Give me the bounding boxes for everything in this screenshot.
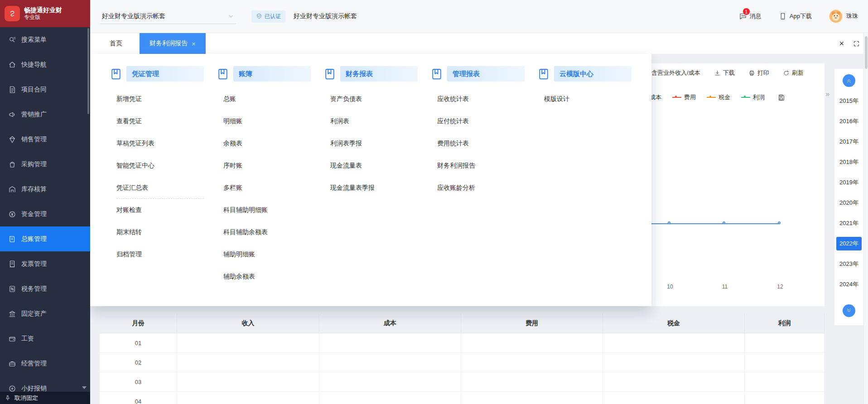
sidebar-item-purchase[interactable]: 采购管理 (0, 152, 90, 177)
sidebar-item-tax[interactable]: 税务管理 (0, 276, 90, 301)
include-nonoperating-option[interactable]: 含营业外收入/成本 (651, 69, 700, 77)
year-option[interactable]: 2015年 (836, 94, 862, 108)
year-option[interactable]: 2017年 (836, 135, 862, 149)
year-option-selected[interactable]: 2022年 (836, 237, 862, 250)
table-cell (461, 372, 603, 392)
table-cell (603, 333, 745, 353)
app-logo: 畅捷通好业财 专业版 (0, 0, 90, 27)
legend-profit-marker (741, 97, 750, 98)
menu-item[interactable]: 草稿凭证列表 (116, 132, 204, 154)
sidebar-item-quick-nav[interactable]: 快捷导航 (0, 52, 90, 77)
menu-item[interactable]: 期末结转 (116, 221, 204, 243)
legend-tax[interactable]: 税金 (707, 93, 730, 101)
menu-item[interactable]: 应付统计表 (437, 110, 525, 132)
menu-item[interactable]: 利润表 (330, 110, 418, 132)
page-scrollbar[interactable] (863, 34, 868, 404)
sidebar-item-fixed-assets[interactable]: 固定资产 (0, 301, 90, 326)
col-header-income: 收入 (177, 314, 319, 333)
sidebar-item-business[interactable]: 经营管理 (0, 351, 90, 376)
messages-button[interactable]: 1 消息 (739, 12, 762, 20)
legend-tax-marker (707, 97, 716, 98)
chart-point-dec[interactable] (778, 221, 781, 224)
sidebar-item-search-menu[interactable]: 搜索菜单 (0, 27, 90, 52)
floppy-save-icon (777, 94, 785, 101)
menu-column-title: 云模版中心 (554, 66, 632, 82)
year-option[interactable]: 2021年 (836, 216, 862, 230)
sidebar-item-general-ledger[interactable]: 总账管理 (0, 226, 90, 251)
menu-item[interactable]: 序时账 (223, 154, 311, 177)
year-scroll-down-button[interactable] (843, 304, 855, 317)
menu-item[interactable]: 费用统计表 (437, 132, 525, 154)
menu-column-title: 凭证管理 (126, 66, 204, 82)
menu-item[interactable]: 对账检查 (116, 199, 204, 221)
menu-item[interactable]: 现金流量表季报 (330, 177, 418, 199)
user-menu[interactable]: 珠珠 (829, 10, 858, 23)
sidebar-scroll-down-icon[interactable] (82, 386, 87, 389)
menu-item[interactable]: 科目辅助明细账 (223, 199, 311, 221)
menu-item[interactable]: 财务利润报告 (437, 154, 525, 177)
tab-close-icon[interactable]: × (192, 40, 196, 48)
sidebar-item-invoice[interactable]: 发票管理 (0, 251, 90, 276)
account-select[interactable]: 好业财专业版演示帐套 (100, 9, 236, 24)
sidebar-item-marketing[interactable]: 营销推广 (0, 102, 90, 127)
sidebar-item-inventory[interactable]: 库存核算 (0, 177, 90, 202)
menu-item[interactable]: 智能凭证中心 (116, 154, 204, 177)
menu-item[interactable]: 总账 (223, 88, 311, 110)
chart-point-nov[interactable] (723, 221, 725, 224)
unpin-sidebar-button[interactable]: 取消固定 (0, 392, 90, 404)
menu-item[interactable]: 辅助明细账 (223, 243, 311, 265)
menu-item[interactable]: 应收账龄分析 (437, 177, 525, 199)
warehouse-icon (8, 185, 16, 193)
menu-item[interactable]: 应收统计表 (437, 88, 525, 110)
menu-item[interactable]: 多栏账 (223, 177, 311, 199)
menu-item[interactable]: 辅助余额表 (223, 265, 311, 288)
menu-item[interactable]: 余额表 (223, 132, 311, 154)
menu-item[interactable]: 模版设计 (544, 88, 632, 110)
table-cell (461, 392, 603, 404)
save-chart-button[interactable] (777, 94, 785, 101)
year-option[interactable]: 2019年 (836, 176, 862, 189)
collapse-year-panel-icon[interactable]: » (825, 90, 829, 99)
page-scrollbar-thumb[interactable] (865, 36, 868, 69)
table-cell: 04 (100, 392, 177, 404)
download-icon (714, 70, 721, 77)
menu-item[interactable]: 资产负债表 (330, 88, 418, 110)
app-subtitle: 专业版 (24, 14, 62, 21)
print-button[interactable]: 打印 (748, 69, 769, 77)
search-menu-icon (8, 36, 16, 44)
tab-finance-profit-report[interactable]: 财务利润报告 × (140, 33, 206, 54)
monthly-table-card: 月份 收入 成本 费用 税金 利润 01 02 03 04 (100, 314, 825, 404)
year-option[interactable]: 2018年 (836, 155, 862, 169)
menu-column-cloud-templates: 云模版中心 模版设计 (537, 65, 632, 306)
year-option[interactable]: 2023年 (836, 257, 862, 271)
legend-profit[interactable]: 利润 (741, 93, 765, 101)
sidebar-item-salary[interactable]: 工资 (0, 326, 90, 351)
menu-item[interactable]: 归档管理 (116, 243, 204, 265)
legend-expense[interactable]: 费用 (672, 93, 696, 101)
year-scroll-up-button[interactable] (843, 74, 855, 87)
contract-document-icon (8, 86, 16, 94)
tab-home[interactable]: 首页 (100, 33, 132, 54)
download-button[interactable]: 下载 (714, 69, 735, 77)
menu-item[interactable]: 查看凭证 (116, 110, 204, 132)
refresh-button[interactable]: 刷新 (783, 69, 804, 77)
tax-percent-icon (8, 285, 16, 293)
menu-item[interactable]: 现金流量表 (330, 154, 418, 177)
year-option[interactable]: 2024年 (836, 278, 862, 291)
year-option[interactable]: 2016年 (836, 115, 862, 128)
close-all-tabs-icon[interactable]: × (839, 39, 844, 48)
sidebar-scrollbar[interactable] (87, 28, 89, 114)
menu-item[interactable]: 科目辅助余额表 (223, 221, 311, 243)
year-option[interactable]: 2020年 (836, 196, 862, 210)
chart-point-oct[interactable] (668, 221, 670, 224)
menu-item[interactable]: 明细账 (223, 110, 311, 132)
sidebar-item-project-contract[interactable]: 项目合同 (0, 77, 90, 102)
app-download-button[interactable]: App下载 (779, 12, 812, 20)
menu-item[interactable]: 新增凭证 (116, 88, 204, 110)
menu-item[interactable]: 凭证汇总表 (116, 177, 204, 199)
sidebar-item-funds[interactable]: 资金管理 (0, 202, 90, 226)
table-cell (603, 372, 745, 392)
fullscreen-icon[interactable] (853, 40, 860, 47)
sidebar-item-sales[interactable]: 销售管理 (0, 127, 90, 152)
menu-item[interactable]: 利润表季报 (330, 132, 418, 154)
